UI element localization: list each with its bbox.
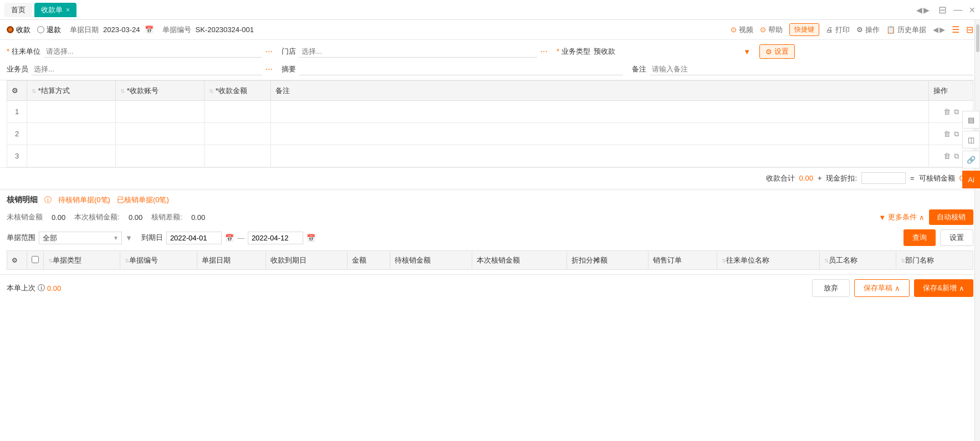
sidebar-icon-link[interactable]: 🔗 (962, 151, 980, 168)
sidebar-icon-table[interactable]: ▤ (962, 111, 980, 129)
verify-tabs: 待核销单据(0笔) 已核销单据(0笔) (58, 195, 169, 205)
salesperson-input[interactable] (32, 63, 262, 75)
view-grid-icon[interactable]: ⊟ (938, 4, 947, 16)
auto-verify-btn[interactable]: 自动核销 (929, 209, 973, 225)
date-calendar-from-icon[interactable]: 📅 (225, 234, 234, 242)
actions-btn[interactable]: ⚙ 操作 (856, 25, 880, 35)
video-btn[interactable]: ⊙ 视频 (731, 25, 753, 35)
row-1-account[interactable] (116, 101, 205, 123)
summary-input[interactable] (299, 63, 623, 75)
list-view-icon[interactable]: ☰ (952, 24, 959, 35)
row-2-delete-icon[interactable]: 🗑 (943, 130, 951, 139)
date-to-input[interactable] (248, 232, 303, 244)
range-select-field: 单据范围 全部 销售单据 采购单据 ▼ (7, 232, 132, 244)
partner-more-icon[interactable]: ··· (266, 47, 273, 57)
window-minimize-icon[interactable]: — (953, 5, 962, 15)
sub-table: ⚙ ⇅单据类型 ⇅单据编号 单据日期 收款到期日 金额 待核销金额 本次核销金额… (7, 250, 973, 270)
query-btn[interactable]: 查询 (904, 229, 936, 246)
row-2-amount[interactable] (205, 123, 271, 145)
row-1-notes[interactable] (271, 101, 929, 123)
row-3-account[interactable] (116, 145, 205, 167)
shortcut-btn[interactable]: 快捷键 (789, 23, 819, 36)
row-3-settlement[interactable] (27, 145, 116, 167)
partner-field: * 往来单位 ··· (7, 45, 273, 58)
sub-col-checkbox[interactable] (27, 251, 44, 270)
history-btn[interactable]: 📋 历史单据 (886, 25, 926, 35)
form-row-2: 业务员 ··· 摘要 备注 (7, 63, 973, 75)
table-settings-icon[interactable]: ⚙ (7, 81, 27, 101)
abandon-btn[interactable]: 放弃 (812, 279, 850, 297)
table-icon: ▤ (968, 116, 974, 124)
row-2-copy-icon[interactable]: ⧉ (954, 130, 959, 139)
row-1-amount[interactable] (205, 101, 271, 123)
row-3-copy-icon[interactable]: ⧉ (954, 152, 959, 161)
col-amount: ⇅ *收款金额 (205, 81, 271, 101)
radio-receipt[interactable]: 收款 (7, 25, 30, 35)
sub-col-current: 本次核销金额 (472, 251, 566, 270)
row-2-settlement[interactable] (27, 123, 116, 145)
actions-icon: ⚙ (856, 25, 863, 34)
sub-col-number: ⇅单据编号 (120, 251, 197, 270)
verify-section: 核销明细 ⓘ 待核销单据(0笔) 已核销单据(0笔) 未核销金额 0.00 本次… (0, 188, 980, 274)
partner-input[interactable] (44, 45, 262, 58)
grid-view-icon[interactable]: ⊟ (966, 24, 973, 35)
row-1-settlement[interactable] (27, 101, 116, 123)
discount-input[interactable] (861, 172, 906, 184)
range-dropdown-icon[interactable]: ▼ (125, 234, 132, 242)
prev-icon[interactable]: ◀ (933, 25, 938, 34)
date-from-input[interactable] (166, 232, 222, 244)
tab-pending[interactable]: 待核销单据(0笔) (58, 195, 110, 205)
verify-info-icon[interactable]: ⓘ (44, 195, 52, 205)
history-icon: 📋 (886, 25, 895, 34)
row-1-copy-icon[interactable]: ⧉ (954, 107, 959, 116)
nav-left-icon[interactable]: ◀ (916, 6, 922, 14)
receipt-table: ⚙ ⇅ *结算方式 ⇅ *收款账号 ⇅ *收款金额 备注 操作 (7, 80, 973, 167)
settings-icon: ⚙ (765, 48, 772, 56)
row-1-delete-icon[interactable]: 🗑 (943, 107, 951, 116)
sidebar-icon-ai[interactable]: Ai (962, 171, 980, 188)
date-calendar-icon[interactable]: 📅 (145, 25, 154, 34)
save-draft-btn[interactable]: 保存草稿 ∧ (854, 279, 910, 297)
table-row: 3 🗑 ⧉ (7, 145, 973, 167)
tab-close-icon[interactable]: × (66, 6, 70, 14)
scrollbar[interactable] (974, 20, 980, 441)
bottom-info-icon[interactable]: ⓘ (38, 283, 45, 293)
sub-settings-btn[interactable]: 设置 (940, 229, 973, 246)
help-btn[interactable]: ⊙ 帮助 (760, 25, 783, 35)
row-2-account[interactable] (116, 123, 205, 145)
link-icon: 🔗 (967, 156, 976, 164)
more-conditions-btn[interactable]: ▼ 更多条件 ∧ (879, 212, 925, 222)
verify-header: 核销明细 ⓘ 待核销单据(0笔) 已核销单据(0笔) (7, 195, 973, 205)
nav-tab-receipt[interactable]: 收款单 × (34, 3, 76, 17)
print-btn[interactable]: 🖨 打印 (826, 25, 850, 35)
sub-col-type: ⇅单据类型 (44, 251, 120, 270)
range-select[interactable]: 全部 销售单据 采购单据 (39, 232, 122, 244)
row-3-delete-icon[interactable]: 🗑 (943, 152, 951, 161)
window-close-icon[interactable]: ✕ (969, 6, 976, 14)
sub-col-amount: 金额 (348, 251, 390, 270)
nav-right-icon[interactable]: ▶ (923, 6, 930, 14)
salesperson-field: 业务员 ··· (7, 63, 273, 75)
store-more-icon[interactable]: ··· (540, 47, 548, 57)
settings-button[interactable]: ⚙ 设置 (759, 44, 795, 59)
next-icon[interactable]: ▶ (940, 25, 945, 34)
notes-input[interactable] (650, 63, 973, 75)
sidebar-icon-document[interactable]: ◫ (962, 131, 980, 148)
ai-label: Ai (968, 176, 974, 184)
tab-done[interactable]: 已核销单据(0笔) (117, 195, 169, 205)
nav-tab-home[interactable]: 首页 (4, 3, 32, 17)
business-type-dropdown-icon[interactable]: ▼ (743, 48, 751, 56)
row-3-amount[interactable] (205, 145, 271, 167)
store-input[interactable] (299, 45, 537, 58)
date-calendar-to-icon[interactable]: 📅 (307, 234, 315, 242)
salesperson-more-icon[interactable]: ··· (266, 64, 273, 74)
sub-col-settings[interactable]: ⚙ (7, 251, 27, 270)
save-new-btn[interactable]: 保存&新增 ∧ (914, 279, 973, 297)
sub-col-date: 单据日期 (197, 251, 266, 270)
row-3-notes[interactable] (271, 145, 929, 167)
last-value: 0.00 (47, 284, 61, 293)
row-2-notes[interactable] (271, 123, 929, 145)
radio-refund[interactable]: 退款 (37, 25, 61, 35)
sub-col-partner: ⇅往来单位名称 (717, 251, 819, 270)
scrollbar-thumb[interactable] (976, 24, 979, 52)
